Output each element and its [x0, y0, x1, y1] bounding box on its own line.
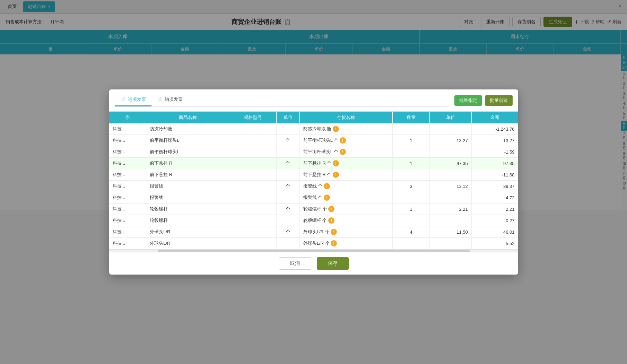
invoice-data-table[interactable]: 你 商品名称 规格型号 单位 存货名称 数量 单价 金额 科技...防冻冷却液防…: [109, 112, 518, 249]
tab-outgoing-invoice[interactable]: 📄 销项发票: [151, 94, 188, 106]
cell-amount: 2.21: [471, 203, 518, 215]
cell-unit-price: [430, 238, 472, 249]
table-row[interactable]: 科技...外球头L/R外球头L/R 个 !-5.52: [109, 238, 518, 249]
batch-create-button[interactable]: 批量创建: [485, 95, 513, 106]
cell-quantity: [392, 215, 429, 226]
cell-unit-price: [430, 123, 472, 135]
cell-unit: 个: [276, 181, 299, 192]
warning-icon: !: [340, 149, 346, 155]
cell-quantity: [392, 169, 429, 181]
cell-spec: [230, 215, 276, 226]
cell-unit-price: [430, 146, 472, 158]
cell-unit-price: 2.21: [430, 203, 472, 215]
cell-company: 科技...: [109, 226, 146, 238]
cell-spec: [230, 181, 276, 192]
table-row[interactable]: 科技...外球头L/R个外球头L/R 个 !411.5046.01: [109, 226, 518, 238]
cell-unit: [276, 215, 299, 226]
cell-inventory-name: 前平衡杆球头L 个 !: [299, 146, 392, 158]
table-row[interactable]: 科技...前平衡杆球头L前平衡杆球头L 个 !-1.59: [109, 146, 518, 158]
cell-unit-price: [430, 169, 472, 181]
table-row[interactable]: 科技...前平衡杆球头L个前平衡杆球头L 个 !113.2713.27: [109, 135, 518, 146]
cell-amount: -11.68: [471, 169, 518, 181]
outgoing-invoice-label: 销项发票: [165, 96, 183, 103]
table-row[interactable]: 科技...轮毂螺杆轮毂螺杆 个 !-0.27: [109, 215, 518, 226]
cell-amount: 46.01: [471, 226, 518, 238]
table-row[interactable]: 科技...前下悬挂 R个前下悬挂 R 个 !197.3597.35: [109, 158, 518, 169]
cell-inventory-name: 报警线 个 !: [299, 192, 392, 203]
cell-amount: 97.35: [471, 158, 518, 169]
inventory-name-text: 外球头L/R 个: [303, 241, 330, 246]
horizontal-scrollbar[interactable]: [109, 249, 518, 252]
cell-spec: [230, 135, 276, 146]
cell-spec: [230, 123, 276, 135]
cell-product-name: 轮毂螺杆: [146, 203, 230, 215]
col-amount: 金额: [471, 112, 518, 123]
inventory-name-text: 轮毂螺杆 个: [303, 206, 327, 211]
modal-close-button[interactable]: ×: [510, 94, 513, 101]
cell-unit: [276, 238, 299, 249]
cell-inventory-name: 前下悬挂 R 个 !: [299, 158, 392, 169]
table-row[interactable]: 科技...前下悬挂 R前下悬挂 R 个 !-11.68: [109, 169, 518, 181]
cell-product-name: 前平衡杆球头L: [146, 135, 230, 146]
cell-amount: 13.27: [471, 135, 518, 146]
col-inventory-name: 存货名称: [299, 112, 392, 123]
modal-dialog: 📄 进项发票 📄 销项发票 批量指定 批量创建 × 你 商品名: [109, 89, 518, 275]
cell-spec: [230, 226, 276, 238]
warning-icon: !: [333, 172, 339, 178]
col-product-name: 商品名称: [146, 112, 230, 123]
cell-amount: -5.52: [471, 238, 518, 249]
cell-product-name: 外球头L/R: [146, 238, 230, 249]
cell-amount: -1.59: [471, 146, 518, 158]
cell-quantity: [392, 238, 429, 249]
cell-quantity: [392, 192, 429, 203]
cell-spec: [230, 158, 276, 169]
cell-company: 科技...: [109, 146, 146, 158]
cell-unit: 个: [276, 226, 299, 238]
cell-inventory-name: 前平衡杆球头L 个 !: [299, 135, 392, 146]
cancel-button[interactable]: 取消: [279, 257, 311, 270]
tab-incoming-invoice[interactable]: 📄 进项发票: [115, 94, 151, 106]
table-row[interactable]: 科技...报警线个报警线 个 !313.1239.37: [109, 181, 518, 192]
cell-amount: -4.72: [471, 192, 518, 203]
cell-company: 科技...: [109, 238, 146, 249]
cell-quantity: 1: [392, 158, 429, 169]
inventory-name-text: 前下悬挂 R 个: [303, 172, 332, 177]
cell-inventory-name: 外球头L/R 个 !: [299, 226, 392, 238]
cell-quantity: [392, 146, 429, 158]
table-row[interactable]: 科技...轮毂螺杆个轮毂螺杆 个 !12.212.21: [109, 203, 518, 215]
cell-company: 科技...: [109, 158, 146, 169]
cell-inventory-name: 防冻冷却液 瓶 !: [299, 123, 392, 135]
cell-quantity: 3: [392, 181, 429, 192]
warning-icon: !: [333, 126, 339, 132]
warning-icon: !: [328, 206, 334, 212]
table-header-row: 你 商品名称 规格型号 单位 存货名称 数量 单价 金额: [109, 112, 518, 123]
cell-company: 科技...: [109, 215, 146, 226]
cell-company: 科技...: [109, 123, 146, 135]
cell-spec: [230, 203, 276, 215]
table-row[interactable]: 科技...报警线报警线 个 !-4.72: [109, 192, 518, 203]
cell-unit: 个: [276, 135, 299, 146]
batch-assign-button[interactable]: 批量指定: [454, 95, 482, 106]
col-quantity: 数量: [392, 112, 429, 123]
inventory-name-text: 前平衡杆球头L 个: [303, 138, 338, 143]
cell-quantity: 4: [392, 226, 429, 238]
cell-unit-price: 11.50: [430, 226, 472, 238]
cell-spec: [230, 192, 276, 203]
cell-spec: [230, 238, 276, 249]
cell-company: 科技...: [109, 203, 146, 215]
cell-quantity: 1: [392, 203, 429, 215]
table-row[interactable]: 科技...防冻冷却液防冻冷却液 瓶 !-1,243.76: [109, 123, 518, 135]
cell-product-name: 报警线: [146, 181, 230, 192]
inventory-name-text: 轮毂螺杆 个: [303, 218, 327, 223]
col-unit: 单位: [276, 112, 299, 123]
cell-inventory-name: 轮毂螺杆 个 !: [299, 215, 392, 226]
cell-amount: -0.27: [471, 215, 518, 226]
cell-unit: [276, 123, 299, 135]
save-button[interactable]: 保存: [317, 257, 349, 270]
col-company: 你: [109, 112, 146, 123]
col-spec: 规格型号: [230, 112, 276, 123]
cell-inventory-name: 报警线 个 !: [299, 181, 392, 192]
inventory-name-text: 外球头L/R 个: [303, 229, 330, 234]
cell-unit-price: [430, 192, 472, 203]
cell-unit-price: 13.27: [430, 135, 472, 146]
